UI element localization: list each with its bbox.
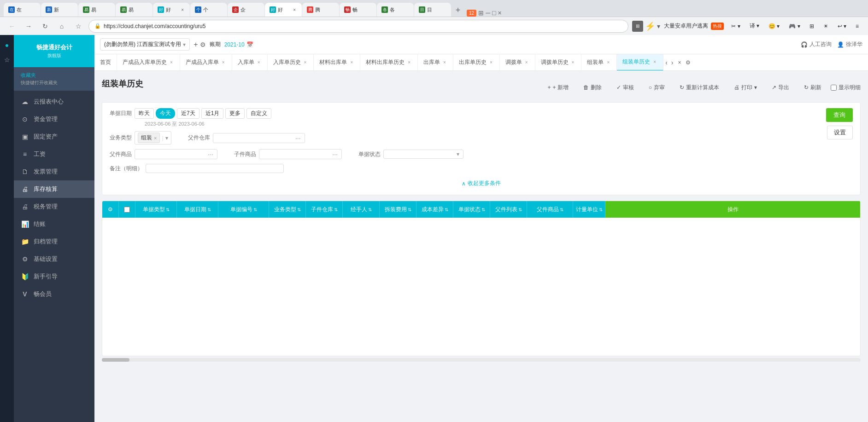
browser-tab-8[interactable]: 好 好 ×: [265, 3, 302, 17]
new-button[interactable]: + + 新增: [542, 82, 574, 93]
sidebar-favorites[interactable]: 收藏夹 快捷键打开收藏夹: [14, 67, 94, 91]
th-bill-status[interactable]: 单据状态 ⇅: [453, 201, 490, 218]
th-child-warehouse[interactable]: 子件仓库 ⇅: [306, 201, 343, 218]
settings-gear-icon[interactable]: ⚙: [200, 41, 206, 48]
customer-service[interactable]: 🎧 人工咨询: [801, 40, 832, 48]
sidebar-item-inventory[interactable]: 🖨 库存核算: [14, 180, 94, 198]
nav-tab-prod-in-close[interactable]: ×: [221, 59, 226, 65]
tab-close-all[interactable]: ×: [675, 59, 684, 66]
nav-tab-assemble-close[interactable]: ×: [605, 59, 611, 65]
th-business-type[interactable]: 业务类型 ⇅: [269, 201, 306, 218]
bookmark-button[interactable]: ☆: [72, 20, 85, 33]
sidebar-item-cloud-report[interactable]: ☁ 云报表中心: [14, 93, 94, 110]
date-btn-1month[interactable]: 近1月: [201, 108, 224, 119]
sun-tool[interactable]: ☀: [820, 22, 832, 30]
show-detail-input[interactable]: [831, 85, 837, 91]
browser-tab-7[interactable]: 企 企: [228, 3, 264, 17]
tab-add-button[interactable]: +: [452, 4, 464, 17]
nav-tab-out-close[interactable]: ×: [442, 59, 447, 65]
nav-tab-material-out-close[interactable]: ×: [349, 59, 354, 65]
th-bill-no[interactable]: 单据编号 ⇅: [218, 201, 269, 218]
browser-apps-icon[interactable]: ⊞: [632, 21, 643, 32]
audit-button[interactable]: ✓ 审核: [611, 82, 639, 93]
browser-tab-12[interactable]: 目 目: [414, 3, 451, 17]
nav-tab-home[interactable]: 首页: [94, 54, 117, 71]
browser-tab-4[interactable]: 易 易: [116, 3, 152, 17]
sidebar-item-tax[interactable]: 🖨 税务管理: [14, 198, 94, 215]
abandon-button[interactable]: ○ 弃审: [643, 82, 670, 93]
nav-tab-out[interactable]: 出库单 ×: [418, 54, 453, 71]
th-bill-date[interactable]: 单据日期 ⇅: [177, 201, 218, 218]
nav-tab-transfer-close[interactable]: ×: [524, 59, 529, 65]
menu-tool[interactable]: ≡: [852, 22, 862, 30]
date-btn-today[interactable]: 今天: [156, 108, 175, 119]
nav-tab-material-out-history[interactable]: 材料出库单历史 ×: [360, 54, 418, 71]
browser-tab-1[interactable]: 在 在: [4, 3, 41, 17]
parent-goods-dots[interactable]: ···: [208, 150, 213, 158]
nav-tab-in-order-close[interactable]: ×: [256, 59, 262, 65]
tab-close-5[interactable]: ×: [180, 7, 185, 13]
tab-nav-prev[interactable]: ‹: [663, 59, 669, 66]
collapse-row[interactable]: ∧ 收起更多条件: [110, 178, 853, 189]
refresh-browser-button[interactable]: ↻: [39, 20, 52, 33]
side-icon-1[interactable]: ●: [1, 40, 12, 51]
date-btn-more[interactable]: 更多: [225, 108, 245, 119]
th-handler[interactable]: 经手人 ⇅: [343, 201, 380, 218]
address-input[interactable]: 🔒 https://cloud.chanjet.com/accounting/u…: [88, 20, 628, 33]
query-button[interactable]: 查询: [826, 108, 853, 122]
print-button[interactable]: 🖨 打印 ▾: [728, 82, 762, 93]
back-button[interactable]: ←: [6, 20, 18, 33]
translate-tool[interactable]: 译 ▾: [746, 21, 763, 31]
minimize-button[interactable]: ─: [486, 9, 490, 17]
child-goods-dots[interactable]: ···: [332, 150, 338, 158]
th-cost-diff[interactable]: 成本差异 ⇅: [416, 201, 453, 218]
bill-status-dropdown[interactable]: ▾: [457, 151, 459, 157]
browser-tab-9[interactable]: 腾 腾: [302, 3, 339, 17]
undo-tool[interactable]: ↩ ▾: [834, 22, 850, 30]
child-goods-field[interactable]: [263, 151, 332, 157]
tab-nav-next[interactable]: ›: [669, 59, 675, 66]
nav-tab-assemble[interactable]: 组装单 ×: [581, 54, 617, 71]
calendar-icon[interactable]: 📅: [246, 41, 253, 48]
nav-tab-material-out-history-close[interactable]: ×: [406, 59, 412, 65]
game-tool[interactable]: 🎮 ▾: [785, 22, 803, 30]
th-settings[interactable]: ⚙: [102, 201, 119, 218]
lightning-icon[interactable]: ⚡: [645, 21, 655, 31]
date-btn-custom[interactable]: 自定义: [246, 108, 271, 119]
scissors-tool[interactable]: ✂ ▾: [727, 22, 744, 30]
nav-tab-material-out[interactable]: 材料出库单 ×: [314, 54, 360, 71]
th-checkbox[interactable]: [119, 201, 135, 218]
sidebar-item-member[interactable]: V 畅会员: [14, 285, 94, 303]
th-unit[interactable]: 计量单位 ⇅: [573, 201, 605, 218]
browser-tab-10[interactable]: 畅 畅: [340, 3, 376, 17]
user-info[interactable]: 👤 徐泽华: [837, 40, 862, 48]
nav-tab-out-history-close[interactable]: ×: [488, 59, 494, 65]
horizontal-scrollbar[interactable]: [102, 358, 861, 362]
refresh-button[interactable]: ↻ 刷新: [798, 82, 827, 93]
tab-settings-icon[interactable]: ⚙: [684, 59, 692, 66]
nav-tab-prod-in-history-close[interactable]: ×: [169, 59, 174, 65]
recalculate-button[interactable]: ↻ 重新计算成本: [674, 82, 725, 93]
parent-warehouse-dots[interactable]: ···: [295, 134, 301, 142]
browser-tab-11[interactable]: 各 各: [377, 3, 414, 17]
bill-status-select[interactable]: ▾: [383, 150, 463, 159]
th-bill-type[interactable]: 单据类型 ⇅: [135, 201, 177, 218]
sidebar-item-fund[interactable]: ⊙ 资金管理: [14, 110, 94, 128]
sidebar-item-guide[interactable]: 🔰 新手引导: [14, 268, 94, 285]
company-selector[interactable]: (勿删勿禁用) 江西服宝测试专用 ▾: [100, 38, 190, 51]
th-parent-goods[interactable]: 父件商品 ⇅: [527, 201, 573, 218]
type-dropdown[interactable]: ▾: [165, 135, 168, 141]
sidebar-item-fixed-assets[interactable]: ▣ 固定资产: [14, 128, 94, 145]
nav-tab-prod-in-history[interactable]: 产成品入库单历史 ×: [117, 54, 180, 71]
hot-tag[interactable]: 热搜: [711, 23, 724, 30]
nav-tab-out-history[interactable]: 出库单历史 ×: [453, 54, 500, 71]
layout-tool[interactable]: ⊞: [806, 22, 818, 30]
browser-tab-2[interactable]: 新 新: [41, 3, 78, 17]
close-window-button[interactable]: ×: [498, 9, 502, 17]
nav-tab-assemble-history-close[interactable]: ×: [652, 59, 657, 65]
sidebar-item-settings[interactable]: ⚙ 基础设置: [14, 250, 94, 268]
show-detail-checkbox[interactable]: 显示明细: [831, 84, 861, 92]
business-type-close[interactable]: ×: [154, 135, 157, 141]
sidebar-item-archive[interactable]: 📁 归档管理: [14, 233, 94, 250]
nav-tab-in-order-history[interactable]: 入库单历史 ×: [268, 54, 314, 71]
